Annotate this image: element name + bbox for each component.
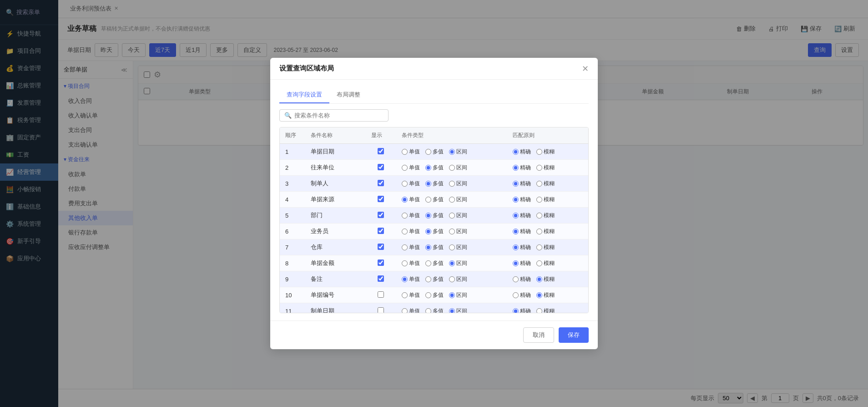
match-option-模糊[interactable]: 模糊 (536, 291, 555, 299)
condition-option-单值[interactable]: 单值 (402, 291, 420, 299)
match-radio-模糊[interactable] (536, 244, 542, 250)
match-option-模糊[interactable]: 模糊 (536, 275, 555, 283)
condition-radio-单值[interactable] (402, 213, 408, 219)
match-radio-精确[interactable] (513, 229, 519, 234)
condition-option-单值[interactable]: 单值 (402, 164, 420, 172)
match-radio-精确[interactable] (513, 149, 519, 155)
match-radio-精确[interactable] (513, 276, 519, 282)
condition-radio-区间[interactable] (449, 181, 455, 187)
match-radio-模糊[interactable] (536, 197, 542, 203)
condition-radio-区间[interactable] (449, 292, 455, 298)
condition-option-多值[interactable]: 多值 (425, 164, 444, 172)
match-radio-模糊[interactable] (536, 276, 542, 282)
match-option-精确[interactable]: 精确 (513, 148, 531, 156)
condition-radio-单值[interactable] (402, 276, 408, 282)
match-option-精确[interactable]: 精确 (513, 244, 531, 251)
condition-radio-单值[interactable] (402, 181, 408, 187)
match-radio-模糊[interactable] (536, 260, 542, 266)
condition-radio-区间[interactable] (449, 165, 455, 171)
match-option-精确[interactable]: 精确 (513, 228, 531, 235)
condition-radio-单值[interactable] (402, 229, 408, 234)
match-radio-精确[interactable] (513, 292, 519, 298)
match-option-模糊[interactable]: 模糊 (536, 148, 555, 156)
display-checkbox[interactable] (378, 180, 384, 186)
condition-radio-单值[interactable] (402, 149, 408, 155)
condition-radio-单值[interactable] (402, 165, 408, 171)
condition-radio-单值[interactable] (402, 292, 408, 298)
tab-layout[interactable]: 布局调整 (329, 87, 368, 103)
display-checkbox[interactable] (378, 291, 384, 298)
display-checkbox[interactable] (378, 244, 384, 250)
condition-radio-多值[interactable] (425, 292, 431, 298)
condition-radio-区间[interactable] (449, 229, 455, 234)
match-option-模糊[interactable]: 模糊 (536, 228, 555, 235)
modal-search-input[interactable] (294, 112, 376, 119)
condition-option-区间[interactable]: 区间 (449, 291, 467, 299)
condition-radio-区间[interactable] (449, 308, 455, 314)
condition-option-多值[interactable]: 多值 (425, 275, 444, 283)
condition-radio-多值[interactable] (425, 244, 431, 250)
condition-radio-多值[interactable] (425, 197, 431, 203)
condition-radio-单值[interactable] (402, 308, 408, 314)
match-option-模糊[interactable]: 模糊 (536, 307, 555, 314)
match-radio-精确[interactable] (513, 181, 519, 187)
match-radio-模糊[interactable] (536, 213, 542, 219)
match-option-精确[interactable]: 精确 (513, 275, 531, 283)
match-radio-模糊[interactable] (536, 181, 542, 187)
cancel-button[interactable]: 取消 (523, 327, 554, 343)
match-option-模糊[interactable]: 模糊 (536, 212, 555, 219)
condition-option-区间[interactable]: 区间 (449, 307, 467, 314)
condition-option-区间[interactable]: 区间 (449, 196, 467, 204)
match-radio-精确[interactable] (513, 165, 519, 171)
condition-radio-单值[interactable] (402, 244, 408, 250)
condition-option-区间[interactable]: 区间 (449, 212, 467, 219)
match-radio-模糊[interactable] (536, 292, 542, 298)
match-option-精确[interactable]: 精确 (513, 180, 531, 188)
match-radio-模糊[interactable] (536, 229, 542, 234)
tab-query-fields[interactable]: 查询字段设置 (279, 87, 329, 103)
match-option-模糊[interactable]: 模糊 (536, 180, 555, 188)
condition-option-单值[interactable]: 单值 (402, 307, 420, 314)
match-option-精确[interactable]: 精确 (513, 291, 531, 299)
display-checkbox[interactable] (378, 259, 384, 266)
condition-radio-多值[interactable] (425, 229, 431, 234)
match-option-精确[interactable]: 精确 (513, 212, 531, 219)
condition-radio-多值[interactable] (425, 308, 431, 314)
condition-option-多值[interactable]: 多值 (425, 196, 444, 204)
condition-option-区间[interactable]: 区间 (449, 275, 467, 283)
condition-option-区间[interactable]: 区间 (449, 148, 467, 156)
modal-close-button[interactable]: ✕ (582, 65, 589, 73)
save-button[interactable]: 保存 (559, 327, 589, 343)
condition-radio-多值[interactable] (425, 276, 431, 282)
match-option-模糊[interactable]: 模糊 (536, 259, 555, 267)
match-radio-模糊[interactable] (536, 165, 542, 171)
condition-option-单值[interactable]: 单值 (402, 180, 420, 188)
match-option-模糊[interactable]: 模糊 (536, 196, 555, 204)
match-option-精确[interactable]: 精确 (513, 307, 531, 314)
condition-radio-多值[interactable] (425, 213, 431, 219)
match-radio-模糊[interactable] (536, 149, 542, 155)
condition-option-单值[interactable]: 单值 (402, 148, 420, 156)
condition-option-多值[interactable]: 多值 (425, 291, 444, 299)
match-radio-精确[interactable] (513, 308, 519, 314)
display-checkbox[interactable] (378, 164, 384, 170)
condition-radio-单值[interactable] (402, 260, 408, 266)
condition-option-单值[interactable]: 单值 (402, 228, 420, 235)
match-radio-模糊[interactable] (536, 308, 542, 314)
condition-option-单值[interactable]: 单值 (402, 196, 420, 204)
condition-option-单值[interactable]: 单值 (402, 275, 420, 283)
match-option-精确[interactable]: 精确 (513, 196, 531, 204)
condition-option-区间[interactable]: 区间 (449, 180, 467, 188)
display-checkbox[interactable] (378, 196, 384, 202)
condition-option-区间[interactable]: 区间 (449, 164, 467, 172)
match-option-模糊[interactable]: 模糊 (536, 164, 555, 172)
match-option-精确[interactable]: 精确 (513, 164, 531, 172)
display-checkbox[interactable] (378, 228, 384, 234)
match-radio-精确[interactable] (513, 197, 519, 203)
condition-radio-多值[interactable] (425, 181, 431, 187)
condition-option-区间[interactable]: 区间 (449, 259, 467, 267)
display-checkbox[interactable] (378, 148, 384, 154)
display-checkbox[interactable] (378, 275, 384, 282)
condition-option-多值[interactable]: 多值 (425, 212, 444, 219)
condition-radio-区间[interactable] (449, 213, 455, 219)
